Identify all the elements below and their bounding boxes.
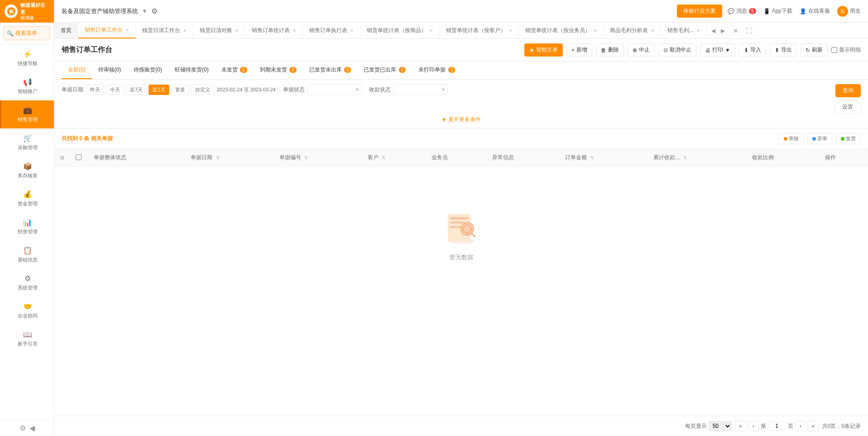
last-page-button[interactable]: » xyxy=(808,421,819,431)
col-customer[interactable]: 客户 ⇅ xyxy=(362,149,427,166)
prev-page-button[interactable]: ‹ xyxy=(748,421,759,431)
tab-sales-by-customer-close[interactable]: ✕ xyxy=(508,28,512,33)
filter-settings-button[interactable]: 设置 xyxy=(834,100,861,114)
expand-filter-button[interactable]: ▼ 展开更多条件 xyxy=(441,116,481,123)
tabs-next-button[interactable]: ▶ xyxy=(719,27,727,35)
tab-daily-clear[interactable]: 钱货日清工作台 ✕ xyxy=(136,23,193,38)
delete-button[interactable]: 🗑 删除 xyxy=(596,43,624,57)
tab-order-stats-close[interactable]: ✕ xyxy=(293,28,296,33)
tab-reconcile[interactable]: 钱货日清对账 ✕ xyxy=(193,23,245,38)
col-amount[interactable]: 订单金额 ⇅ xyxy=(560,149,648,166)
sidebar-search[interactable]: 🔍 搜索菜单 xyxy=(0,23,54,44)
trial-button[interactable]: 体验行业方案 xyxy=(677,5,722,18)
tab-sales-by-product-close[interactable]: ✕ xyxy=(429,28,433,33)
next-page-button[interactable]: › xyxy=(795,421,806,431)
search-menu-button[interactable]: 🔍 搜索菜单 xyxy=(4,26,50,40)
tab-reconcile-close[interactable]: ✕ xyxy=(235,28,239,33)
first-page-button[interactable]: « xyxy=(735,421,746,431)
sidebar-item-finance[interactable]: 💰 资金管理 xyxy=(0,185,54,213)
query-button[interactable]: 查询 xyxy=(835,84,861,97)
stop-button[interactable]: ⊗ 中止 xyxy=(628,43,655,57)
filter-7days-btn[interactable]: 近7天 xyxy=(126,85,147,95)
tabs-prev-button[interactable]: ◀ xyxy=(710,27,717,35)
col-date-sort[interactable]: ⇅ xyxy=(216,155,220,160)
sub-tab-shipped-outbound[interactable]: 已发货已出库 0 xyxy=(357,62,412,79)
unaudit-button[interactable]: 弃审 xyxy=(807,133,832,144)
tab-sales-by-product[interactable]: 销货单统计表（按商品） ✕ xyxy=(360,23,440,38)
filter-payment-select[interactable] xyxy=(393,84,448,95)
filter-more-btn[interactable]: 更多 xyxy=(171,85,189,95)
tab-order-stats[interactable]: 销售订单统计表 ✕ xyxy=(245,23,303,38)
col-cumulative-sort[interactable]: ⇅ xyxy=(683,155,687,160)
sub-tab-not-shipped[interactable]: 未发货 0 xyxy=(215,62,254,79)
sidebar-item-quick-nav[interactable]: ⚡ 快捷导航 xyxy=(0,44,54,72)
filter-yesterday-btn[interactable]: 昨天 xyxy=(86,85,104,95)
sidebar-item-operations[interactable]: 📊 经营管理 xyxy=(0,213,54,241)
maximize-button[interactable]: ⛶ xyxy=(742,27,756,34)
tab-margin-analysis[interactable]: 商品毛利分析表 ✕ xyxy=(604,23,661,38)
sub-tab-shipped-not-outbound[interactable]: 已发货未出库 0 xyxy=(303,62,358,79)
app-download-item[interactable]: 📱 App下载 xyxy=(763,7,792,15)
col-number[interactable]: 单据编号 ⇅ xyxy=(274,149,362,166)
print-button[interactable]: 🖨 打印 ▼ xyxy=(700,43,735,57)
show-detail-checkbox-label[interactable]: 显示明细 xyxy=(831,46,861,54)
sidebar-item-system[interactable]: ⚙ 系统管理 xyxy=(0,269,54,297)
sub-tab-pending-review[interactable]: 待审核(0) xyxy=(92,62,128,79)
refresh-button[interactable]: ↻ 刷新 xyxy=(801,43,828,57)
sidebar-item-sales[interactable]: 💼 销售管理 xyxy=(0,100,54,128)
finance-icon: 💰 xyxy=(23,190,32,199)
add-button[interactable]: + 新增 xyxy=(566,43,592,57)
sidebar-item-marketing[interactable]: 📢 营销推广 xyxy=(0,72,54,100)
sub-tab-overdue-not-shipped[interactable]: 到期未发货 0 xyxy=(254,62,303,79)
col-date[interactable]: 单据日期 ⇅ xyxy=(185,149,273,166)
col-cumulative[interactable]: 累计收款... ⇅ xyxy=(648,149,747,166)
review-button[interactable]: 审核 xyxy=(779,133,804,144)
sub-tab-all[interactable]: 全部(0) xyxy=(62,62,92,79)
sub-tab-wangpu-pending[interactable]: 旺铺待发货(0) xyxy=(168,62,215,79)
sidebar-collapse-button[interactable]: ◀ xyxy=(29,424,35,432)
col-number-sort[interactable]: ⇅ xyxy=(304,155,308,160)
smart-create-button[interactable]: ★ 智能生单 xyxy=(524,43,563,57)
sidebar-item-enterprise[interactable]: 🤝 企业协同 xyxy=(0,297,54,325)
message-item[interactable]: 💬 消息 5 xyxy=(728,7,756,15)
tab-home[interactable]: 首页 xyxy=(54,23,78,38)
tab-order-exec-close[interactable]: ✕ xyxy=(350,28,354,33)
sidebar-settings-button[interactable]: ⚙ xyxy=(19,424,26,432)
sidebar-item-basics[interactable]: 📋 基础信息 xyxy=(0,241,54,269)
sidebar-item-newuser[interactable]: 📖 新手引导 xyxy=(0,325,54,353)
deliver-button[interactable]: 发货 xyxy=(836,133,861,144)
tab-sales-margin-close[interactable]: ✕ xyxy=(696,28,700,33)
col-settings[interactable]: ⚙ xyxy=(54,149,70,166)
system-dropdown-icon[interactable]: ▼ xyxy=(142,8,148,14)
show-detail-checkbox[interactable] xyxy=(831,47,837,53)
col-amount-sort[interactable]: ⇅ xyxy=(590,155,594,160)
tab-daily-clear-close[interactable]: ✕ xyxy=(183,28,187,33)
filter-today-btn[interactable]: 今天 xyxy=(106,85,124,95)
page-size-select[interactable]: 10 20 50 100 xyxy=(709,421,732,431)
sub-tab-not-printed[interactable]: 未打印单据 0 xyxy=(412,62,461,79)
import-button[interactable]: ⬇ 导入 xyxy=(739,43,766,57)
tab-sales-by-staff[interactable]: 销货单统计表（按业务员） ✕ xyxy=(519,23,604,38)
tab-sales-by-customer[interactable]: 销货单统计表（按客户） ✕ xyxy=(440,23,519,38)
filter-custom-btn[interactable]: 自定义 xyxy=(191,85,214,95)
tab-margin-analysis-close[interactable]: ✕ xyxy=(651,28,654,33)
tab-sales-by-staff-close[interactable]: ✕ xyxy=(593,28,597,33)
filter-1month-btn[interactable]: 近1月 xyxy=(149,85,169,95)
tab-sales-margin[interactable]: 销售毛利... ✕ xyxy=(661,23,707,38)
cancel-stop-button[interactable]: ⊙ 取消中止 xyxy=(658,43,696,57)
sidebar-item-purchase[interactable]: 🛒 采购管理 xyxy=(0,128,54,156)
sidebar-item-inventory[interactable]: 📦 库存核算 xyxy=(0,156,54,185)
user-item[interactable]: 友 用友 xyxy=(837,6,861,17)
filter-status-select[interactable] xyxy=(307,84,362,95)
sub-tab-pending-inspect[interactable]: 待拣验货(0) xyxy=(127,62,168,79)
col-customer-sort[interactable]: ⇅ xyxy=(382,155,385,160)
tab-order-exec[interactable]: 销售订单执行表 ✕ xyxy=(303,23,360,38)
select-all-checkbox[interactable] xyxy=(76,154,82,160)
close-all-tabs-button[interactable]: ✕ xyxy=(729,27,742,34)
export-button[interactable]: ⬆ 导出 xyxy=(770,43,797,57)
online-service-item[interactable]: 👤 在线客服 xyxy=(800,7,830,15)
page-input[interactable] xyxy=(768,422,786,431)
tab-sales-workbench-close[interactable]: ✕ xyxy=(125,28,129,33)
tab-sales-workbench[interactable]: 销售订单工作台 ✕ xyxy=(78,23,136,38)
topbar-settings-icon[interactable]: ⚙ xyxy=(151,7,158,15)
